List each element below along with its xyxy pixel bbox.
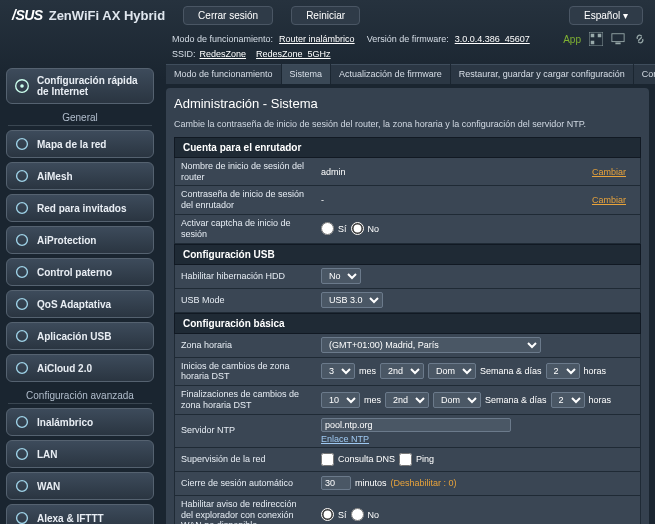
chevron-down-icon: ▾ bbox=[623, 10, 628, 21]
timezone-label: Zona horaria bbox=[175, 337, 315, 354]
change-password[interactable]: Cambiar bbox=[592, 195, 626, 205]
dst-end-day[interactable]: Dom bbox=[433, 392, 481, 408]
hdd-hiber-label: Habilitar hibernación HDD bbox=[175, 268, 315, 285]
svg-point-16 bbox=[17, 417, 28, 428]
sidebar-item-alexa-ifttt[interactable]: Alexa & IFTTT bbox=[6, 504, 154, 524]
svg-point-11 bbox=[17, 235, 28, 246]
no-label: No bbox=[368, 224, 380, 234]
qr-icon[interactable] bbox=[589, 32, 603, 46]
sidebar-item-label: Alexa & IFTTT bbox=[37, 513, 104, 524]
dst-start-week[interactable]: 2nd bbox=[380, 363, 424, 379]
tab-comentario[interactable]: Comentario bbox=[634, 64, 655, 84]
dst-end-week[interactable]: 2nd bbox=[385, 392, 429, 408]
dst-start-day[interactable]: Dom bbox=[428, 363, 476, 379]
sidebar-item-aplicaci-n-usb[interactable]: Aplicación USB bbox=[6, 322, 154, 350]
sidebar-item-mapa-de-la-red[interactable]: Mapa de la red bbox=[6, 130, 154, 158]
captcha-no[interactable] bbox=[351, 222, 364, 235]
tab-modo-de-funcionamiento[interactable]: Modo de funcionamiento bbox=[166, 64, 281, 84]
dst-start-month[interactable]: 3 bbox=[321, 363, 355, 379]
desktop-icon[interactable] bbox=[611, 32, 625, 46]
timezone-select[interactable]: (GMT+01:00) Madrid, París bbox=[321, 337, 541, 353]
usb-mode-label: USB Mode bbox=[175, 292, 315, 309]
ssid-24[interactable]: RedesZone bbox=[200, 49, 247, 59]
dst-end-month[interactable]: 10 bbox=[321, 392, 360, 408]
sidebar-item-aicloud-2-0[interactable]: AiCloud 2.0 bbox=[6, 354, 154, 382]
tab-restaurar-guardar-y-cargar-configuraci-n[interactable]: Restaurar, guardar y cargar configuració… bbox=[451, 64, 633, 84]
svg-rect-4 bbox=[612, 34, 624, 42]
sidebar-quick-setup[interactable]: Configuración rápida de Internet bbox=[6, 68, 154, 104]
svg-point-17 bbox=[17, 449, 28, 460]
menu-icon bbox=[13, 359, 31, 377]
dns-query-label: Consulta DNS bbox=[338, 454, 395, 464]
language-label: Español bbox=[584, 10, 620, 21]
ssid-label: SSID: bbox=[172, 49, 196, 59]
tab-sistema[interactable]: Sistema bbox=[282, 64, 331, 84]
menu-icon bbox=[13, 509, 31, 524]
sidebar-item-label: Configuración rápida de Internet bbox=[37, 75, 147, 97]
sidebar-item-label: Red para invitados bbox=[37, 203, 126, 214]
sidebar-item-label: WAN bbox=[37, 481, 60, 492]
svg-rect-2 bbox=[598, 34, 602, 38]
sidebar: Configuración rápida de Internet General… bbox=[0, 64, 160, 524]
sidebar-item-lan[interactable]: LAN bbox=[6, 440, 154, 468]
ntp-server-input[interactable] bbox=[321, 418, 511, 432]
sidebar-item-label: AiMesh bbox=[37, 171, 73, 182]
ping-checkbox[interactable] bbox=[399, 453, 412, 466]
autologout-input[interactable] bbox=[321, 476, 351, 490]
logout-button[interactable]: Cerrar sesión bbox=[183, 6, 273, 25]
hdd-hiber-select[interactable]: No bbox=[321, 268, 361, 284]
svg-point-15 bbox=[17, 363, 28, 374]
sidebar-item-label: AiCloud 2.0 bbox=[37, 363, 92, 374]
sidebar-item-control-paterno[interactable]: Control paterno bbox=[6, 258, 154, 286]
sidebar-header-general: General bbox=[8, 108, 152, 126]
hours-label: horas bbox=[589, 395, 612, 405]
wan-down-label: Habilitar aviso de redirección del explo… bbox=[175, 496, 315, 524]
reboot-button[interactable]: Reiniciar bbox=[291, 6, 360, 25]
section-usb: Configuración USB bbox=[174, 244, 641, 265]
ping-label: Ping bbox=[416, 454, 434, 464]
svg-point-14 bbox=[17, 331, 28, 342]
dns-query-checkbox[interactable] bbox=[321, 453, 334, 466]
mes-label: mes bbox=[359, 366, 376, 376]
menu-icon bbox=[13, 477, 31, 495]
svg-point-10 bbox=[17, 203, 28, 214]
svg-point-9 bbox=[17, 171, 28, 182]
dst-start-hour[interactable]: 2 bbox=[546, 363, 580, 379]
captcha-yes[interactable] bbox=[321, 222, 334, 235]
svg-rect-3 bbox=[591, 41, 595, 45]
page-desc: Cambie la contraseña de inicio de sesión… bbox=[174, 119, 641, 129]
sidebar-item-qos-adaptativa[interactable]: QoS Adaptativa bbox=[6, 290, 154, 318]
menu-icon bbox=[13, 327, 31, 345]
sidebar-item-aimesh[interactable]: AiMesh bbox=[6, 162, 154, 190]
login-name-label: Nombre de inicio de sesión del router bbox=[175, 158, 315, 186]
ssid-5[interactable]: RedesZone_5GHz bbox=[256, 49, 331, 59]
sidebar-item-red-para-invitados[interactable]: Red para invitados bbox=[6, 194, 154, 222]
tabs: Modo de funcionamientoSistemaActualizaci… bbox=[166, 64, 649, 84]
usb-mode-select[interactable]: USB 3.0 bbox=[321, 292, 383, 308]
sidebar-item-aiprotection[interactable]: AiProtection bbox=[6, 226, 154, 254]
gear-icon bbox=[13, 77, 31, 95]
op-mode-value[interactable]: Router inalámbrico bbox=[279, 34, 355, 44]
weekday-label: Semana & días bbox=[485, 395, 547, 405]
main-panel: Modo de funcionamientoSistemaActualizaci… bbox=[160, 64, 655, 524]
op-mode-label: Modo de funcionamiento: bbox=[172, 34, 273, 44]
mes-label: mes bbox=[364, 395, 381, 405]
ntp-link[interactable]: Enlace NTP bbox=[321, 434, 369, 444]
tab-actualizaci-n-de-firmware[interactable]: Actualización de firmware bbox=[331, 64, 450, 84]
yes-label: Sí bbox=[338, 224, 347, 234]
wan-down-no[interactable] bbox=[351, 508, 364, 521]
dst-end-hour[interactable]: 2 bbox=[551, 392, 585, 408]
sidebar-item-inal-mbrico[interactable]: Inalámbrico bbox=[6, 408, 154, 436]
link-icon[interactable] bbox=[633, 32, 647, 46]
wan-down-yes[interactable] bbox=[321, 508, 334, 521]
sidebar-item-wan[interactable]: WAN bbox=[6, 472, 154, 500]
yes-label: Sí bbox=[338, 510, 347, 520]
page-title: Administración - Sistema bbox=[174, 96, 641, 111]
sidebar-header-advanced: Configuración avanzada bbox=[8, 386, 152, 404]
language-select[interactable]: Español ▾ bbox=[569, 6, 643, 25]
change-login-name[interactable]: Cambiar bbox=[592, 167, 626, 177]
fw-version[interactable]: 3.0.0.4.386_45607 bbox=[455, 34, 530, 44]
menu-icon bbox=[13, 295, 31, 313]
fw-label: Versión de firmware: bbox=[367, 34, 449, 44]
menu-icon bbox=[13, 199, 31, 217]
